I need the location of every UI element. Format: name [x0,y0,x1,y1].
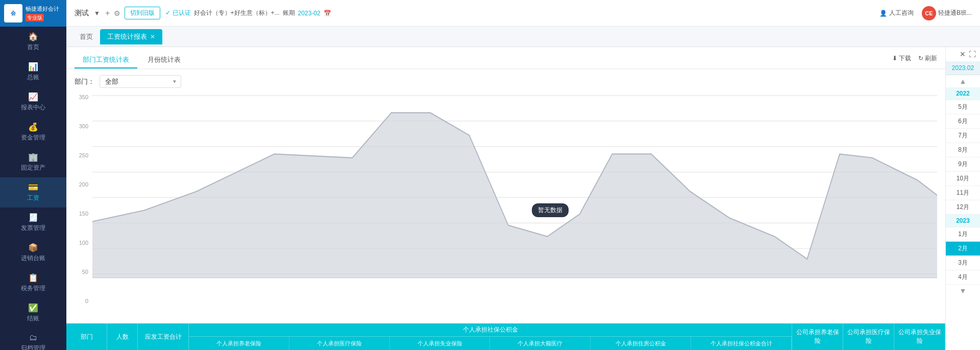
subtabbar: 部门工资统计表 月份统计表 ⬇ 下载 ↻ 刷新 [66,47,945,69]
topbar-status: ✓ 已认证 好会计（专）+好生意（标）+... 账期 2023-02 📅 [165,9,331,17]
chart-wrap: 0 50 100 150 200 250 300 350 [75,94,937,319]
subtab-dept[interactable]: 部门工资统计表 [75,52,137,68]
content: 部门工资统计表 月份统计表 ⬇ 下载 ↻ 刷新 [66,47,980,350]
salary-icon: 💳 [28,182,38,192]
sidebar-item-archive[interactable]: 🗂 归档管理 [0,328,66,350]
certified-badge: ✓ 已认证 [165,9,190,17]
topbar: 测试 ▼ + ⚙ 切到旧版 ✓ 已认证 好会计（专）+好生意（标）+... 账期… [66,0,980,27]
tax-icon: 📋 [28,273,38,283]
chart-tooltip: 暂无数据 [532,203,569,217]
fund-icon: 💰 [28,122,38,132]
th-group-title: 个人承担社保公积金 [189,323,792,337]
panel-expand-icon[interactable]: ⛶ [969,50,976,58]
download-icon: ⬇ [892,55,897,62]
sidebar-item-tax[interactable]: 📋 税务管理 [0,268,66,298]
archive-icon: 🗂 [29,333,37,342]
calendar-icon[interactable]: 📅 [324,10,331,17]
sidebar-nav: 🏠 首页 📊 总账 📈 报表中心 💰 资金管理 🏢 固定资产 💳 工资 🧾 发票… [0,27,66,350]
purchase-icon: 📦 [28,243,38,252]
month-2023-4[interactable]: 4月 [946,270,980,285]
th-company-unemployment: 公司承担失业保险 [894,323,945,350]
download-btn[interactable]: ⬇ 下载 [892,54,911,63]
subtab-actions: ⬇ 下载 ↻ 刷新 [892,54,937,67]
sidebar-item-home[interactable]: 🏠 首页 [0,27,66,57]
reports-icon: 📈 [28,92,38,102]
logo-text: 畅捷通好会计 专业版 [26,5,59,21]
date-filter-panel: 2023.02 ▲ 2022 5月 6月 7月 8月 9月 10月 11月 12… [946,61,980,350]
th-social-total: 个人承担社保公积金合计 [691,337,792,350]
th-dept: 部门 [66,323,107,350]
month-11[interactable]: 11月 [946,186,980,200]
sidebar-item-assets[interactable]: 🏢 固定资产 [0,147,66,177]
month-12[interactable]: 12月 [946,200,980,215]
sidebar-item-fund[interactable]: 💰 资金管理 [0,117,66,147]
add-button[interactable]: + [105,9,110,18]
assets-icon: 🏢 [28,152,38,162]
table-header-bar: 部门 人数 应发工资合计 个人承担社保公积金 个人承担养老保险 个人承担医疗保险… [66,323,945,350]
sidebar-item-salary[interactable]: 💳 工资 [0,177,66,207]
date-nav-up[interactable]: ▲ [946,75,980,87]
date-current[interactable]: 2023.02 [946,61,980,75]
right-panel: ✕ ⛶ 2023.02 ▲ 2022 5月 6月 7月 8月 9月 10月 11… [945,47,980,350]
th-major-medical: 个人承担大额医疗 [490,337,591,350]
settings-gear-icon[interactable]: ⚙ [114,9,120,17]
chart-svg: 暂无数据 [92,94,937,304]
year-2022: 2022 [946,87,980,100]
support-btn[interactable]: 👤 人工咨询 [879,9,914,17]
checkout-icon: ✅ [28,303,38,313]
th-count: 人数 [107,323,138,350]
tabbar: 首页 工资统计报表 ✕ [66,27,980,47]
month-6[interactable]: 6月 [946,114,980,129]
month-2023-1[interactable]: 1月 [946,227,980,242]
dept-label: 部门： [75,77,94,86]
th-medical: 个人承担医疗保险 [289,337,390,350]
y-axis: 0 50 100 150 200 250 300 350 [75,94,92,304]
month-2023-2[interactable]: 2月 [946,242,980,256]
content-main: 部门工资统计表 月份统计表 ⬇ 下载 ↻ 刷新 [66,47,945,350]
th-unemployment: 个人承担失业保险 [390,337,491,350]
refresh-btn[interactable]: ↻ 刷新 [918,54,937,63]
month-10[interactable]: 10月 [946,172,980,186]
support-icon: 👤 [879,10,887,17]
month-8[interactable]: 8月 [946,143,980,157]
topbar-title: 测试 [75,9,89,18]
ledger-icon: 📊 [28,62,38,72]
invoice-icon: 🧾 [28,213,38,222]
sidebar-item-reports[interactable]: 📈 报表中心 [0,87,66,117]
user-btn[interactable]: CE 轻捷通B班... [922,6,972,20]
switch-old-btn[interactable]: 切到旧版 [125,7,160,19]
panel-close-icon[interactable]: ✕ [960,50,966,58]
th-company-medical: 公司承担医疗保险 [843,323,894,350]
th-group-social: 个人承担社保公积金 个人承担养老保险 个人承担医疗保险 个人承担失业保险 个人承… [189,323,792,350]
sidebar-item-checkout[interactable]: ✅ 结账 [0,298,66,328]
year-2023: 2023 [946,215,980,227]
sidebar-item-purchase[interactable]: 📦 进销台账 [0,238,66,268]
area-chart [92,94,937,304]
refresh-icon: ↻ [918,55,923,62]
month-5[interactable]: 5月 [946,100,980,114]
subtab-month[interactable]: 月份统计表 [139,52,189,68]
dept-select[interactable]: 全部 研发部 销售部 财务部 行政部 [100,75,181,88]
logo-icon: 会 [4,4,22,22]
sidebar-item-ledger[interactable]: 📊 总账 [0,57,66,87]
topbar-right: 👤 人工咨询 CE 轻捷通B班... [879,6,972,20]
sidebar-item-invoice[interactable]: 🧾 发票管理 [0,207,66,238]
topbar-actions: + ⚙ 切到旧版 [105,7,160,19]
th-pension: 个人承担养老保险 [189,337,289,350]
topbar-dropdown[interactable]: ▼ [94,10,100,17]
tab-home[interactable]: 首页 [72,29,100,44]
month-7[interactable]: 7月 [946,129,980,143]
home-icon: 🏠 [28,32,38,41]
sidebar-logo: 会 畅捷通好会计 专业版 [0,0,66,27]
period-value: 2023-02 [298,10,321,17]
tab-salary-report[interactable]: 工资统计报表 ✕ [100,29,162,44]
right-panel-close-bar: ✕ ⛶ [946,47,980,61]
sidebar: 会 畅捷通好会计 专业版 🏠 首页 📊 总账 📈 报表中心 💰 资金管理 🏢 固… [0,0,66,350]
month-9[interactable]: 9月 [946,157,980,172]
tab-close-icon[interactable]: ✕ [150,33,155,40]
date-nav-down[interactable]: ▼ [946,285,980,297]
main-area: 测试 ▼ + ⚙ 切到旧版 ✓ 已认证 好会计（专）+好生意（标）+... 账期… [66,0,980,350]
month-2023-3[interactable]: 3月 [946,256,980,270]
th-total-salary: 应发工资合计 [138,323,189,350]
period-label: 账期 [283,9,295,17]
